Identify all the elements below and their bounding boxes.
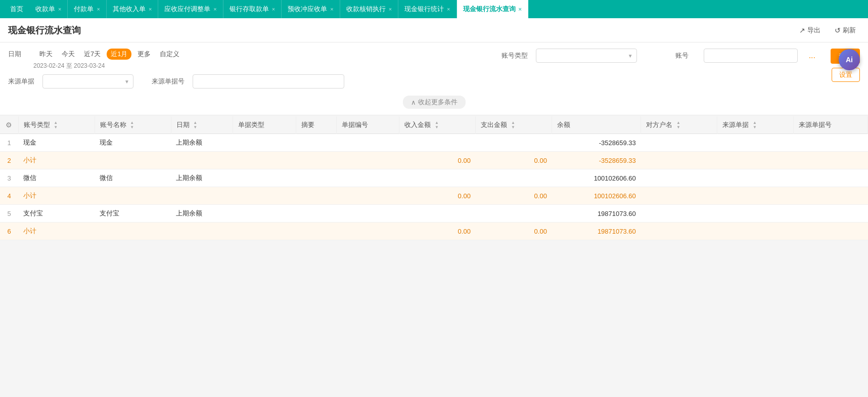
- nav-bank-deposit[interactable]: 银行存取款单 ×: [223, 0, 282, 18]
- nav-receipt[interactable]: 收款单 ×: [29, 0, 68, 18]
- nav-other-income-close[interactable]: ×: [149, 6, 152, 12]
- ai-badge[interactable]: Ai: [839, 49, 860, 70]
- table-row[interactable]: 5 支付宝 支付宝 上期余额 19871073.60: [0, 205, 868, 223]
- cell-source-doc: [717, 134, 794, 152]
- nav-pre-receipt-close[interactable]: ×: [330, 6, 333, 12]
- cell-source-doc: [717, 169, 794, 187]
- export-icon: ↗: [799, 26, 805, 34]
- col-account-type: 账号类型 ▲▼: [18, 116, 95, 134]
- col-source-doc-label: 来源单据: [722, 121, 749, 128]
- table-row[interactable]: 3 微信 微信 上期余额 100102606.60: [0, 169, 868, 187]
- cell-account-type: 小计: [18, 152, 95, 169]
- cell-account-name: 支付宝: [95, 205, 171, 223]
- account-input[interactable]: [704, 49, 798, 63]
- sort-counterpart[interactable]: ▲▼: [676, 121, 680, 129]
- cell-expense: 0.00: [476, 223, 552, 240]
- cell-income: 0.00: [399, 187, 476, 205]
- refresh-button[interactable]: ↺ 刷新: [831, 24, 860, 37]
- account-dots-button[interactable]: ...: [806, 51, 818, 60]
- col-doc-no: 单据编号: [336, 116, 399, 134]
- collapse-button[interactable]: ∧ 收起更多条件: [403, 96, 466, 109]
- table-header-row: ⚙ 账号类型 ▲▼ 账号名称 ▲▼ 日期 ▲▼ 单据类型 摘: [0, 116, 868, 134]
- date-today[interactable]: 今天: [59, 49, 78, 60]
- sort-expense[interactable]: ▲▼: [511, 121, 515, 129]
- table-settings-icon[interactable]: ⚙: [6, 121, 12, 129]
- col-doc-type: 单据类型: [233, 116, 296, 134]
- filter-area: 日期 昨天 今天 近7天 近1月 更多 自定义 2023-02-24 至 202…: [0, 42, 868, 115]
- account-label: 账号: [675, 51, 696, 60]
- cell-income: [399, 169, 476, 187]
- nav-pre-receipt[interactable]: 预收冲应收单 ×: [282, 0, 340, 18]
- col-date: 日期 ▲▼: [171, 116, 233, 134]
- table-row[interactable]: 1 现金 现金 上期余额 -3528659.33: [0, 134, 868, 152]
- table-body: 1 现金 现金 上期余额 -3528659.33 2 小计 0.00 0.00 …: [0, 134, 868, 240]
- source-doc-select[interactable]: [42, 74, 133, 89]
- nav-home-label: 首页: [10, 5, 23, 14]
- nav-other-income[interactable]: 其他收入单 ×: [107, 0, 158, 18]
- nav-bank-deposit-close[interactable]: ×: [272, 6, 275, 12]
- cell-source-doc-no: [794, 205, 868, 223]
- col-account-name-label: 账号名称: [100, 121, 126, 128]
- nav-verify-exec[interactable]: 收款核销执行 ×: [340, 0, 398, 18]
- sort-account-name[interactable]: ▲▼: [130, 121, 134, 129]
- source-doc-no-input[interactable]: [193, 74, 344, 89]
- source-doc-no-label: 来源单据号: [152, 77, 185, 86]
- nav-bank-flow-close[interactable]: ×: [519, 6, 522, 12]
- cell-source-doc-no: [794, 169, 868, 187]
- nav-bank-stats[interactable]: 现金银行统计 ×: [398, 0, 456, 18]
- col-balance-label: 余额: [557, 121, 570, 128]
- table-row[interactable]: 2 小计 0.00 0.00 -3528659.33: [0, 152, 868, 169]
- sort-date[interactable]: ▲▼: [193, 121, 197, 129]
- cell-doc-no: [336, 205, 399, 223]
- col-income-label: 收入金额: [404, 121, 431, 128]
- date-yesterday[interactable]: 昨天: [36, 49, 56, 60]
- cell-income: [399, 205, 476, 223]
- date-month[interactable]: 近1月: [107, 49, 131, 60]
- nav-home[interactable]: 首页: [4, 0, 29, 18]
- nav-ar-ap-close[interactable]: ×: [213, 6, 216, 12]
- nav-ar-ap-label: 应收应付调整单: [164, 5, 210, 14]
- cell-summary: [296, 152, 336, 169]
- col-source-doc: 来源单据 ▲▼: [717, 116, 794, 134]
- cell-balance: -3528659.33: [552, 152, 641, 169]
- cell-expense: [476, 169, 552, 187]
- cell-balance: 19871073.60: [552, 205, 641, 223]
- date-week[interactable]: 近7天: [81, 49, 104, 60]
- cell-doc-no: [336, 152, 399, 169]
- col-source-doc-no-label: 来源单据号: [799, 121, 832, 128]
- filter-row-date: 日期 昨天 今天 近7天 近1月 更多 自定义: [8, 49, 489, 60]
- settings-button[interactable]: 设置: [832, 68, 860, 82]
- cell-income: 0.00: [399, 152, 476, 169]
- col-balance: 余额: [552, 116, 641, 134]
- nav-verify-exec-close[interactable]: ×: [389, 6, 392, 12]
- col-doc-type-label: 单据类型: [238, 121, 264, 128]
- table-row[interactable]: 6 小计 0.00 0.00 19871073.60: [0, 223, 868, 240]
- cell-expense: [476, 134, 552, 152]
- nav-verify-exec-label: 收款核销执行: [346, 5, 386, 14]
- col-summary: 摘要: [296, 116, 336, 134]
- cell-balance: 100102606.60: [552, 187, 641, 205]
- flow-table: ⚙ 账号类型 ▲▼ 账号名称 ▲▼ 日期 ▲▼ 单据类型 摘: [0, 116, 868, 240]
- sort-income[interactable]: ▲▼: [435, 121, 439, 129]
- nav-bank-flow[interactable]: 现金银行流水查询 ×: [457, 0, 528, 18]
- nav-bank-stats-close[interactable]: ×: [447, 6, 450, 12]
- table-row[interactable]: 4 小计 0.00 0.00 100102606.60: [0, 187, 868, 205]
- nav-payment[interactable]: 付款单 ×: [68, 0, 106, 18]
- nav-receipt-label: 收款单: [35, 5, 55, 14]
- account-type-select[interactable]: [536, 49, 637, 63]
- cell-doc-type: [233, 223, 296, 240]
- nav-receipt-close[interactable]: ×: [58, 6, 61, 12]
- date-custom[interactable]: 自定义: [157, 49, 182, 60]
- nav-ar-ap-adjust[interactable]: 应收应付调整单 ×: [158, 0, 223, 18]
- sort-source-doc[interactable]: ▲▼: [753, 121, 757, 129]
- cell-row-num: 3: [0, 169, 18, 187]
- cell-summary: [296, 169, 336, 187]
- nav-payment-close[interactable]: ×: [97, 6, 100, 12]
- collapse-up-icon: ∧: [411, 99, 416, 106]
- export-button[interactable]: ↗ 导出: [795, 24, 825, 37]
- nav-bank-deposit-label: 银行存取款单: [230, 5, 269, 14]
- filter-row-account-type: 账号类型 ▼: [501, 49, 663, 63]
- sort-account-type[interactable]: ▲▼: [54, 121, 58, 129]
- cell-row-num: 5: [0, 205, 18, 223]
- date-more[interactable]: 更多: [134, 49, 154, 60]
